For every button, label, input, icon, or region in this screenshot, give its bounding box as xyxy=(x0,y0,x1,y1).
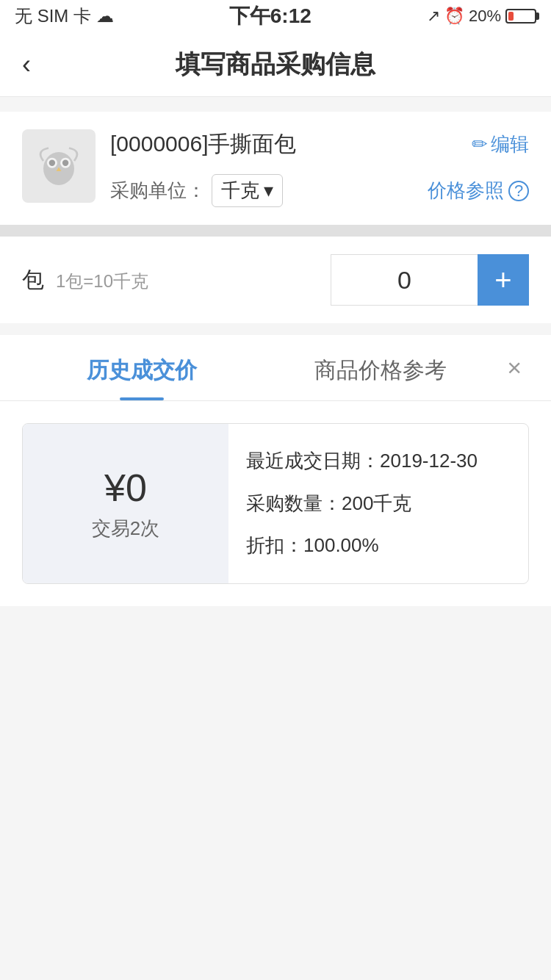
unit-label: 采购单位： 千克 ▾ xyxy=(110,174,283,207)
unit-value: 千克 xyxy=(221,178,259,203)
quantity-row: 包 1包=10千克 + xyxy=(0,237,551,323)
price-ref-label: 价格参照 xyxy=(428,178,504,203)
quantity-plus-button[interactable]: + xyxy=(478,254,529,306)
product-logo-icon xyxy=(33,140,84,192)
history-trades: 交易2次 xyxy=(92,516,159,541)
unit-select[interactable]: 千克 ▾ xyxy=(212,174,283,207)
page-title: 填写商品采购信息 xyxy=(176,48,375,82)
tabs-panel: 历史成交价 商品价格参考 × ¥0 交易2次 最近成交日期：2019-12-30… xyxy=(0,335,551,606)
tabs-header: 历史成交价 商品价格参考 × xyxy=(0,335,551,401)
tab-product-price-reference[interactable]: 商品价格参考 xyxy=(261,335,500,400)
product-card: [0000006]手撕面包 ✏ 编辑 采购单位： 千克 ▾ 价格参照 ? xyxy=(0,112,551,225)
history-price: ¥0 xyxy=(104,466,147,510)
status-right: ↗ ⏰ 20% xyxy=(427,7,536,26)
help-icon: ? xyxy=(508,181,529,201)
chevron-down-icon: ▾ xyxy=(264,179,273,202)
status-signal: 无 SIM 卡 ☁ xyxy=(15,4,114,28)
edit-button[interactable]: ✏ 编辑 xyxy=(472,131,529,157)
tab-history-price[interactable]: 历史成交价 xyxy=(22,335,261,400)
quantity-input[interactable] xyxy=(331,254,478,306)
history-recent-date: 最近成交日期：2019-12-30 xyxy=(246,446,511,477)
quantity-unit: 包 xyxy=(22,265,44,295)
history-content: ¥0 交易2次 最近成交日期：2019-12-30 采购数量：200千克 折扣：… xyxy=(0,401,551,606)
svg-point-3 xyxy=(49,160,55,166)
svg-point-4 xyxy=(62,160,68,166)
history-left-panel: ¥0 交易2次 xyxy=(23,424,228,583)
quantity-input-group: + xyxy=(331,254,529,306)
header: ‹ 填写商品采购信息 xyxy=(0,32,551,97)
product-row: [0000006]手撕面包 ✏ 编辑 采购单位： 千克 ▾ 价格参照 ? xyxy=(22,129,529,207)
product-name: [0000006]手撕面包 xyxy=(110,129,296,159)
edit-label: 编辑 xyxy=(491,131,529,157)
status-time: 下午6:12 xyxy=(229,2,311,30)
back-button[interactable]: ‹ xyxy=(22,42,38,87)
product-info: [0000006]手撕面包 ✏ 编辑 采购单位： 千克 ▾ 价格参照 ? xyxy=(110,129,529,207)
quantity-label-text: 采购数量： xyxy=(246,492,342,514)
history-quantity: 采购数量：200千克 xyxy=(246,489,511,519)
unit-label-text: 采购单位： xyxy=(110,178,206,203)
unit-row: 采购单位： 千克 ▾ 价格参照 ? xyxy=(110,174,529,207)
tab-close-button[interactable]: × xyxy=(500,346,529,389)
status-bar: 无 SIM 卡 ☁ 下午6:12 ↗ ⏰ 20% xyxy=(0,0,551,32)
battery-percent: 20% xyxy=(469,7,501,26)
gps-icon: ↗ xyxy=(427,7,440,26)
history-card: ¥0 交易2次 最近成交日期：2019-12-30 采购数量：200千克 折扣：… xyxy=(22,423,529,584)
edit-icon: ✏ xyxy=(472,133,488,156)
quantity-detail-value: 200千克 xyxy=(342,492,411,514)
quantity-note: 1包=10千克 xyxy=(56,270,148,293)
battery-icon xyxy=(505,9,536,24)
history-right-panel: 最近成交日期：2019-12-30 采购数量：200千克 折扣：100.00% xyxy=(228,424,528,583)
discount-label: 折扣： xyxy=(246,534,303,556)
alarm-icon: ⏰ xyxy=(444,7,464,26)
discount-value: 100.00% xyxy=(303,534,379,556)
price-reference-button[interactable]: 价格参照 ? xyxy=(428,178,529,203)
product-thumbnail xyxy=(22,129,96,203)
history-discount: 折扣：100.00% xyxy=(246,530,511,561)
recent-date-value: 2019-12-30 xyxy=(380,450,478,472)
separator xyxy=(0,225,551,237)
product-name-row: [0000006]手撕面包 ✏ 编辑 xyxy=(110,129,529,159)
battery-fill xyxy=(508,12,514,21)
recent-date-label: 最近成交日期： xyxy=(246,450,380,472)
quantity-label: 包 1包=10千克 xyxy=(22,265,148,295)
